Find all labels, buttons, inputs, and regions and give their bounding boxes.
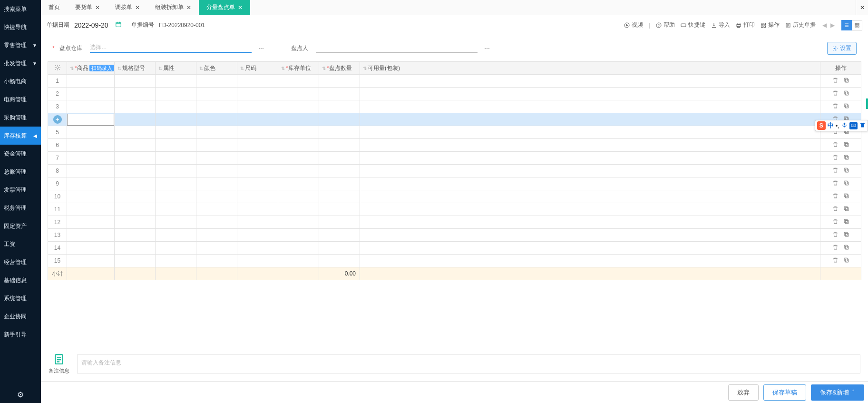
view-list-icon[interactable]: [841, 20, 852, 30]
sidebar-item-9[interactable]: 总账管理: [0, 163, 41, 181]
product-cell-input[interactable]: [67, 114, 114, 126]
scan-badge[interactable]: 扫码录入: [89, 65, 114, 71]
ime-mic-icon[interactable]: [841, 122, 848, 129]
copy-row-icon[interactable]: [843, 77, 849, 85]
shortcut-button[interactable]: 快捷键: [681, 21, 705, 29]
table-row[interactable]: 14: [48, 242, 861, 255]
table-row[interactable]: 8: [48, 165, 861, 177]
checker-lookup-icon[interactable]: ⋯: [484, 45, 490, 52]
table-row[interactable]: 1: [48, 75, 861, 88]
ime-toolbar[interactable]: S 中 •,: [815, 120, 868, 131]
col-avail[interactable]: ⇅可用量(包装): [360, 62, 820, 75]
product-cell[interactable]: [67, 255, 115, 267]
product-cell[interactable]: [67, 126, 115, 139]
close-icon[interactable]: ✕: [95, 4, 100, 11]
table-row[interactable]: 13: [48, 229, 861, 242]
product-cell[interactable]: [67, 152, 115, 165]
sidebar-item-0[interactable]: 搜索菜单: [0, 0, 41, 18]
product-cell[interactable]: [67, 75, 115, 88]
delete-row-icon[interactable]: [832, 218, 839, 226]
copy-row-icon[interactable]: [843, 257, 849, 265]
close-icon[interactable]: ✕: [186, 4, 191, 11]
copy-row-icon[interactable]: [843, 167, 849, 175]
close-icon[interactable]: ✕: [238, 4, 243, 11]
delete-row-icon[interactable]: [832, 103, 839, 110]
copy-row-icon[interactable]: [843, 231, 849, 239]
sidebar-item-1[interactable]: 快捷导航: [0, 18, 41, 36]
delete-row-icon[interactable]: [832, 154, 839, 162]
sidebar-settings-icon[interactable]: ⚙: [0, 386, 41, 403]
video-button[interactable]: 视频: [624, 21, 643, 29]
delete-row-icon[interactable]: [832, 77, 839, 85]
product-cell[interactable]: [67, 88, 115, 100]
save-draft-button[interactable]: 保存草稿: [763, 384, 806, 401]
sidebar-item-17[interactable]: 企业协同: [0, 307, 41, 325]
col-unit[interactable]: ⇅*库存单位: [278, 62, 319, 75]
history-next-icon[interactable]: ▶: [829, 22, 836, 29]
close-all-tabs[interactable]: ✕: [856, 0, 868, 15]
table-row[interactable]: 12: [48, 216, 861, 229]
history-button[interactable]: 历史单据: [785, 21, 816, 29]
sidebar-item-11[interactable]: 税务管理: [0, 199, 41, 217]
sidebar-item-6[interactable]: 采购管理: [0, 108, 41, 127]
sidebar-item-13[interactable]: 工资: [0, 235, 41, 253]
sidebar-item-4[interactable]: 小畅电商: [0, 72, 41, 90]
sidebar-item-18[interactable]: 新手引导: [0, 325, 41, 344]
product-cell[interactable]: [67, 139, 115, 152]
delete-row-icon[interactable]: [832, 90, 839, 98]
save-add-button[interactable]: 保存&新增 ˄: [811, 384, 864, 401]
delete-row-icon[interactable]: [832, 141, 839, 149]
copy-row-icon[interactable]: [843, 218, 849, 226]
tab-1[interactable]: 要货单✕: [68, 0, 107, 15]
table-row[interactable]: +: [48, 113, 861, 126]
col-product[interactable]: ⇅*商品扫码录入: [67, 62, 115, 75]
copy-row-icon[interactable]: [843, 90, 849, 98]
help-button[interactable]: ? 帮助: [656, 21, 675, 29]
col-attr[interactable]: ⇅属性: [156, 62, 196, 75]
product-cell[interactable]: [67, 100, 115, 113]
copy-row-icon[interactable]: [843, 141, 849, 149]
sidebar-item-12[interactable]: 固定资产: [0, 217, 41, 235]
delete-row-icon[interactable]: [832, 257, 839, 265]
import-button[interactable]: 导入: [711, 21, 730, 29]
table-row[interactable]: 6: [48, 139, 861, 152]
copy-row-icon[interactable]: [843, 244, 849, 252]
remark-input[interactable]: [77, 354, 860, 374]
sidebar-item-5[interactable]: 电商管理: [0, 90, 41, 108]
product-cell[interactable]: [67, 216, 115, 229]
table-row[interactable]: 15: [48, 255, 861, 267]
delete-row-icon[interactable]: [832, 193, 839, 200]
tab-3[interactable]: 组装拆卸单✕: [147, 0, 199, 15]
product-cell[interactable]: [67, 177, 115, 190]
date-value[interactable]: 2022-09-20: [74, 21, 108, 29]
delete-row-icon[interactable]: [832, 167, 839, 175]
print-button[interactable]: 打印: [736, 21, 755, 29]
checker-input[interactable]: [316, 44, 478, 50]
table-row[interactable]: 9: [48, 177, 861, 190]
add-row-icon[interactable]: +: [53, 115, 62, 124]
delete-row-icon[interactable]: [832, 206, 839, 213]
operate-button[interactable]: 操作: [761, 21, 780, 29]
sidebar-item-2[interactable]: 零售管理▼: [0, 36, 41, 54]
sidebar-item-16[interactable]: 系统管理: [0, 289, 41, 307]
table-row[interactable]: 5: [48, 126, 861, 139]
column-config-icon[interactable]: [48, 62, 67, 75]
view-grid-icon[interactable]: [852, 20, 862, 30]
warehouse-lookup-icon[interactable]: ⋯: [258, 45, 264, 52]
sidebar-item-8[interactable]: 资金管理: [0, 145, 41, 163]
sidebar-item-3[interactable]: 批发管理▼: [0, 54, 41, 72]
copy-row-icon[interactable]: [843, 154, 849, 162]
tab-0[interactable]: 首页: [41, 0, 68, 15]
tab-2[interactable]: 调拨单✕: [107, 0, 147, 15]
ime-keyboard-icon[interactable]: [849, 122, 858, 129]
col-size[interactable]: ⇅尺码: [237, 62, 278, 75]
close-icon[interactable]: ✕: [135, 4, 140, 11]
sidebar-item-10[interactable]: 发票管理: [0, 181, 41, 199]
table-row[interactable]: 2: [48, 88, 861, 100]
sidebar-item-14[interactable]: 经营管理: [0, 253, 41, 271]
delete-row-icon[interactable]: [832, 244, 839, 252]
copy-row-icon[interactable]: [843, 180, 849, 187]
col-qty[interactable]: ⇅*盘点数量: [319, 62, 360, 75]
delete-row-icon[interactable]: [832, 180, 839, 187]
product-cell[interactable]: [67, 203, 115, 216]
